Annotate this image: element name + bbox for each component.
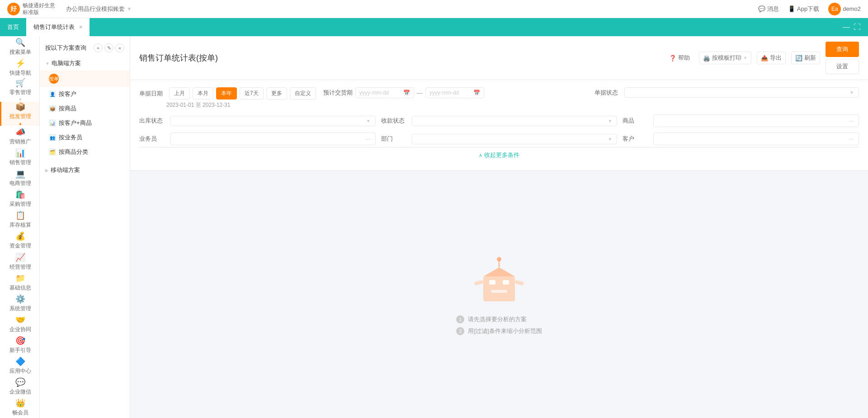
sales-icon: 📊 [15, 148, 25, 158]
wholesale-icon: 📦 [15, 102, 25, 112]
customer-input[interactable]: ··· [653, 133, 859, 145]
date-btn-this-year[interactable]: 本年 [216, 87, 237, 100]
tab-home[interactable]: 首页 [0, 18, 26, 36]
empty-hints: 1 请先选择要分析的方案 2 用[过滤]条件来缩小分析范围 [456, 315, 542, 335]
help-button[interactable]: ❓ 帮助 [665, 52, 693, 64]
salesperson-field: 业务员 ··· [139, 133, 376, 145]
message-action[interactable]: 💬 消息 [758, 5, 779, 13]
date-btn-custom[interactable]: 自定义 [290, 87, 316, 100]
guide-icon: 🎯 [15, 336, 25, 346]
settings-button[interactable]: 设置 [826, 59, 859, 74]
product-field: 商品 ··· [623, 114, 859, 127]
by-category-icon: 🗂️ [49, 148, 56, 156]
tab-maximize-button[interactable]: ⛶ [854, 23, 861, 31]
salesperson-input[interactable]: ··· [170, 133, 376, 145]
sidebar-item-finance[interactable]: 💰 资金管理 [0, 230, 39, 251]
edit-scheme-button[interactable]: ✎ [104, 43, 113, 52]
expected-date-start-input[interactable]: yyyy-mm-dd 📅 [355, 87, 414, 98]
expected-date-end-input[interactable]: yyyy-mm-dd 📅 [425, 87, 484, 98]
sidebar-item-sales[interactable]: 📊 销售管理 [0, 147, 39, 167]
app-download-action[interactable]: 📱 App下载 [788, 5, 819, 13]
product-input[interactable]: ··· [653, 114, 859, 127]
refresh-label: 刷新 [804, 54, 816, 62]
product-label: 商品 [623, 117, 650, 125]
tab-bar: 首页 销售订单统计表 × — ⛶ [0, 18, 868, 36]
ship-status-field: 出库状态 ▼ [139, 116, 376, 126]
sidebar-item-wholesale[interactable]: 📦 批发管理 ▲ [0, 102, 39, 126]
sidebar-item-app-center[interactable]: 🔷 应用中心 [0, 356, 39, 376]
sidebar-item-label: 企业协同 [9, 326, 31, 333]
tab-minimize-button[interactable]: — [843, 23, 850, 31]
date-btn-this-month[interactable]: 本月 [193, 87, 213, 100]
by-product-icon: 📦 [49, 105, 56, 112]
page-title: 销售订单统计表(按单) [139, 52, 218, 63]
retail-arrow-icon: ▼ [19, 97, 23, 102]
purchase-icon: 🛍️ [15, 190, 25, 200]
collapse-filter-button[interactable]: ∧ 收起更多条件 [139, 147, 859, 163]
collapse-panel-button[interactable]: « [115, 43, 124, 52]
active-badge: 按单 [49, 74, 59, 84]
empty-illustration [472, 254, 526, 308]
tree-item-by-customer[interactable]: 👤 按客户 [40, 87, 130, 101]
tree-item-by-product-category[interactable]: 🗂️ 按商品分类 [40, 145, 130, 159]
sidebar-item-search-menu[interactable]: 🔍 搜索菜单 [0, 36, 39, 57]
refresh-icon: 🔄 [795, 55, 802, 62]
sidebar-item-quick-nav[interactable]: ⚡ 快捷导航 [0, 57, 39, 78]
expected-date-group: 预计交货期 yyyy-mm-dd 📅 — yyyy-mm-dd 📅 [323, 87, 588, 98]
sidebar-item-label: 零售管理 [9, 89, 31, 96]
sidebar-item-inventory[interactable]: 📋 库存核算 [0, 209, 39, 230]
top-bar-right: 💬 消息 📱 App下载 Ea demo2 [758, 3, 861, 15]
sidebar-item-label: 新手引导 [9, 347, 31, 354]
sidebar-item-system[interactable]: ⚙️ 系统管理 [0, 293, 39, 314]
sidebar-item-wechat[interactable]: 💬 企业微信 [0, 376, 39, 397]
svg-rect-8 [514, 280, 524, 285]
dept-select[interactable]: ▼ [412, 134, 618, 144]
sidebar-item-basic[interactable]: 📁 基础信息 [0, 272, 39, 293]
page-actions: ❓ 帮助 🖨️ 按模板打印 ▼ 📤 导出 � [665, 42, 859, 74]
date-btn-more[interactable]: 更多 [266, 87, 287, 100]
sidebar-item-ecom[interactable]: 💻 电商管理 [0, 168, 39, 189]
tree-desktop-parent[interactable]: ▼ 电脑端方案 [40, 56, 130, 71]
sidebar-item-label: 搜索菜单 [9, 48, 31, 56]
add-scheme-button[interactable]: + [94, 43, 103, 52]
date-range-display: 2023-01-01 至 2023-12-31 [166, 101, 316, 109]
sidebar-item-collab[interactable]: 🤝 企业协同 [0, 314, 39, 334]
template-print-button[interactable]: 🖨️ 按模板打印 ▼ [699, 52, 751, 64]
date-btn-last-7-days[interactable]: 近7天 [240, 87, 264, 100]
sidebar-item-retail[interactable]: 🛒 零售管理 ▼ [0, 78, 39, 102]
logo-area: 好 畅捷通好生意 标准版 [7, 2, 55, 15]
top-bar: 好 畅捷通好生意 标准版 办公用品行业模拟账套 ▼ 💬 消息 📱 App下载 E… [0, 0, 868, 18]
sidebar-item-marketing[interactable]: 📣 营销推广 [0, 126, 39, 147]
query-button[interactable]: 查询 [826, 42, 859, 57]
sidebar-item-label: 基础信息 [9, 284, 31, 292]
date-btn-last-month[interactable]: 上月 [169, 87, 190, 100]
tree-item-label: 按商品分类 [59, 148, 88, 156]
tree-desktop-label: 电脑端方案 [52, 59, 81, 67]
sidebar-item-purchase[interactable]: 🛍️ 采购管理 [0, 189, 39, 209]
page-header: 销售订单统计表(按单) ❓ 帮助 🖨️ 按模板打印 ▼ 📤 [130, 36, 868, 80]
tab-sales-order-stats[interactable]: 销售订单统计表 × [26, 18, 90, 36]
tab-close-icon[interactable]: × [79, 24, 82, 30]
refresh-button[interactable]: 🔄 刷新 [791, 52, 820, 64]
svg-rect-7 [474, 280, 483, 285]
export-button[interactable]: 📤 导出 [757, 52, 786, 64]
date-start-placeholder: yyyy-mm-dd [359, 90, 389, 96]
payment-status-select[interactable]: ▼ [412, 116, 618, 126]
user-profile[interactable]: Ea demo2 [828, 3, 861, 15]
order-status-select[interactable]: ▼ [624, 87, 859, 98]
tree-item-by-customer-product[interactable]: 📊 按客户+商品 [40, 116, 130, 130]
app-download-label: App下载 [797, 5, 819, 13]
ship-status-label: 出库状态 [139, 117, 166, 125]
ship-status-select[interactable]: ▼ [170, 116, 376, 126]
sidebar-item-member[interactable]: 👑 畅会员 [0, 397, 39, 418]
tree-item-by-order[interactable]: 按单 [40, 71, 130, 87]
filter-row-1: 单据日期 上月 本月 本年 近7天 更多 自定义 2023-01-01 至 20… [139, 87, 859, 109]
sidebar-item-guide[interactable]: 🎯 新手引导 [0, 335, 39, 356]
tree-mobile-parent[interactable]: ▶ 移动端方案 [40, 163, 130, 177]
tree-item-by-product[interactable]: 📦 按商品 [40, 101, 130, 116]
sidebar-item-ops[interactable]: 📈 经营管理 [0, 251, 39, 272]
page-title-row: 销售订单统计表(按单) ❓ 帮助 🖨️ 按模板打印 ▼ 📤 [139, 42, 859, 74]
sidebar: 🔍 搜索菜单 ⚡ 快捷导航 🛒 零售管理 ▼ 📦 批发管理 ▲ 📣 营销推广 📊… [0, 36, 40, 418]
hint-num-2: 2 [456, 327, 464, 335]
tree-item-by-salesperson[interactable]: 👥 按业务员 [40, 130, 130, 145]
